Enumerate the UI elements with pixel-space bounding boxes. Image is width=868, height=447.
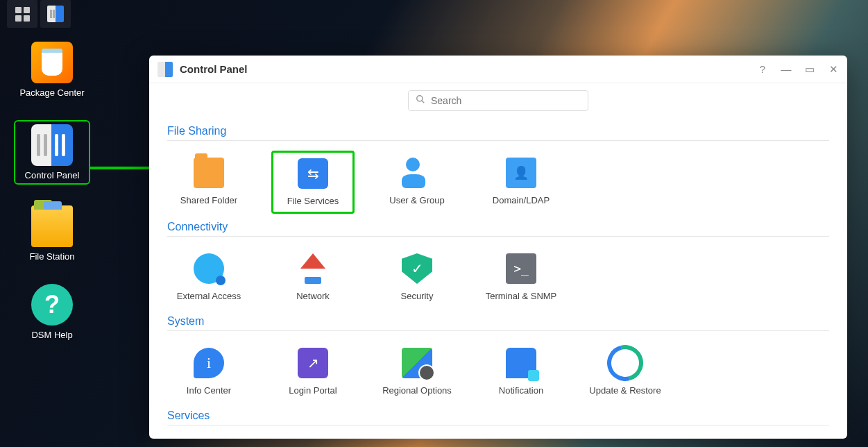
- window-titlebar[interactable]: Control Panel ? — ▭ ✕: [149, 56, 847, 83]
- apps-menu-button[interactable]: [7, 0, 37, 28]
- cp-item-external-access[interactable]: External Access: [167, 246, 250, 308]
- cp-item-info-center[interactable]: Info Center: [167, 341, 250, 403]
- desktop-label: Control Panel: [25, 170, 80, 182]
- minimize-button[interactable]: —: [781, 63, 792, 75]
- cp-item-label: Shared Folder: [180, 195, 237, 207]
- section-title-file-sharing: File Sharing: [167, 125, 829, 137]
- cp-item-domain-ldap[interactable]: Domain/LDAP: [479, 151, 563, 214]
- cp-item-label: File Services: [287, 196, 339, 208]
- section-grid-file-sharing: Shared Folder File Services User & Group…: [167, 151, 829, 214]
- cp-item-login-portal[interactable]: Login Portal: [271, 341, 355, 403]
- cp-item-label: Login Portal: [289, 385, 337, 397]
- cp-item-label: Terminal & SNMP: [486, 291, 557, 303]
- desktop-icon-dsm-help[interactable]: ? DSM Help: [14, 284, 90, 341]
- cp-item-update-restore[interactable]: Update & Restore: [584, 341, 667, 403]
- file-station-icon: [31, 205, 73, 247]
- cp-item-label: External Access: [177, 291, 241, 303]
- close-button[interactable]: ✕: [828, 63, 839, 76]
- desktop-label: DSM Help: [31, 330, 72, 341]
- control-panel-window: Control Panel ? — ▭ ✕ File Sharing Share…: [149, 56, 847, 439]
- control-panel-icon: [47, 6, 64, 22]
- desktop-label: File Station: [29, 251, 74, 263]
- section-divider: [167, 330, 829, 331]
- desktop: Package Center Control Panel File Statio…: [14, 42, 90, 341]
- terminal-icon: [506, 253, 536, 284]
- control-panel-body: File Sharing Shared Folder File Services…: [149, 114, 847, 439]
- cp-item-label: Notification: [499, 385, 543, 397]
- update-restore-icon: [610, 348, 640, 378]
- cp-item-label: Info Center: [187, 385, 231, 397]
- apps-grid-icon: [15, 7, 30, 22]
- cp-item-security[interactable]: Security: [375, 246, 459, 308]
- regional-options-icon: [402, 348, 432, 378]
- notification-icon: [506, 348, 536, 378]
- cp-item-notification[interactable]: Notification: [479, 341, 563, 403]
- section-title-system: System: [167, 315, 829, 328]
- security-icon: [402, 253, 432, 284]
- cp-item-network[interactable]: Network: [271, 246, 355, 308]
- login-portal-icon: [298, 348, 328, 378]
- cp-item-regional-options[interactable]: Regional Options: [375, 341, 459, 403]
- cp-item-label: Security: [401, 291, 434, 303]
- taskbar: [7, 0, 71, 28]
- info-center-icon: [194, 348, 224, 378]
- network-icon: [298, 253, 328, 284]
- cp-item-file-services[interactable]: File Services: [271, 151, 355, 214]
- section-grid-connectivity: External Access Network Security Termina…: [167, 246, 829, 308]
- search-field[interactable]: [408, 90, 588, 111]
- search-bar: [149, 83, 847, 114]
- cp-item-label: Update & Restore: [589, 385, 661, 397]
- svg-point-1: [417, 96, 423, 101]
- user-group-icon: [402, 158, 432, 188]
- external-access-icon: [194, 253, 224, 284]
- window-actions: ? — ▭ ✕: [757, 63, 839, 76]
- section-divider: [167, 236, 829, 237]
- control-panel-icon: [31, 124, 73, 166]
- section-divider: [167, 425, 829, 425]
- section-divider: [167, 140, 829, 141]
- svg-line-2: [422, 101, 425, 103]
- cp-item-label: Regional Options: [382, 385, 452, 397]
- package-center-icon: [31, 42, 73, 83]
- shared-folder-icon: [194, 158, 224, 188]
- cp-item-user-group[interactable]: User & Group: [375, 151, 459, 214]
- section-grid-system: Info Center Login Portal Regional Option…: [167, 341, 829, 403]
- cp-item-label: User & Group: [389, 195, 444, 207]
- file-services-icon: [298, 158, 328, 189]
- desktop-icon-package-center[interactable]: Package Center: [14, 42, 90, 99]
- desktop-icon-file-station[interactable]: File Station: [14, 205, 90, 263]
- search-input[interactable]: [431, 95, 581, 106]
- help-button[interactable]: ?: [757, 63, 768, 75]
- taskbar-control-panel-button[interactable]: [40, 0, 71, 28]
- cp-item-terminal-snmp[interactable]: Terminal & SNMP: [479, 246, 563, 308]
- control-panel-icon: [158, 62, 173, 77]
- search-icon: [416, 94, 425, 107]
- cp-item-label: Network: [296, 291, 330, 303]
- help-icon: ?: [31, 284, 73, 326]
- maximize-button[interactable]: ▭: [804, 63, 815, 76]
- desktop-icon-control-panel[interactable]: Control Panel: [14, 120, 90, 185]
- desktop-label: Package Center: [19, 87, 84, 99]
- cp-item-shared-folder[interactable]: Shared Folder: [167, 151, 250, 214]
- domain-ldap-icon: [506, 158, 536, 188]
- window-title: Control Panel: [180, 63, 757, 75]
- cp-item-label: Domain/LDAP: [493, 195, 550, 207]
- section-title-connectivity: Connectivity: [167, 221, 829, 233]
- section-title-services: Services: [167, 410, 829, 422]
